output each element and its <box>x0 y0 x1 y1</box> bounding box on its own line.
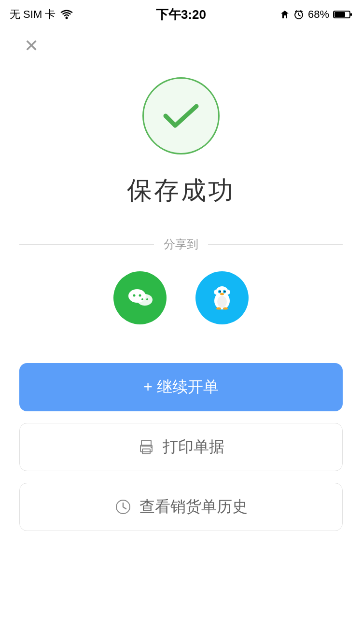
qq-icon <box>207 282 238 314</box>
svg-point-8 <box>139 294 141 296</box>
svg-point-18 <box>217 296 227 308</box>
success-circle <box>142 77 220 154</box>
svg-point-0 <box>66 17 68 19</box>
continue-button[interactable]: + 继续开单 <box>19 363 343 411</box>
svg-point-22 <box>226 290 230 294</box>
svg-rect-3 <box>334 12 345 17</box>
action-buttons: + 继续开单 打印单据 查看销货单历史 <box>19 363 343 531</box>
svg-point-19 <box>216 307 221 309</box>
svg-point-20 <box>223 307 228 309</box>
svg-rect-4 <box>350 13 352 16</box>
history-button[interactable]: 查看销货单历史 <box>19 483 343 531</box>
alarm-icon <box>293 9 304 20</box>
print-button-label: 打印单据 <box>163 436 224 458</box>
svg-rect-26 <box>151 447 152 448</box>
no-sim-label: 无 SIM 卡 <box>10 7 56 22</box>
share-row <box>113 271 249 324</box>
success-title: 保存成功 <box>127 174 235 208</box>
share-label: 分享到 <box>164 237 198 252</box>
location-icon <box>280 10 290 19</box>
continue-button-label: + 继续开单 <box>143 377 219 398</box>
svg-point-17 <box>220 293 224 295</box>
svg-point-7 <box>133 294 135 296</box>
status-time: 下午3:20 <box>156 6 206 23</box>
svg-point-15 <box>219 291 221 292</box>
print-button[interactable]: 打印单据 <box>19 423 343 471</box>
battery-percent: 68% <box>308 8 329 21</box>
svg-point-21 <box>214 290 217 294</box>
share-qq-button[interactable] <box>195 271 249 324</box>
share-divider: 分享到 <box>19 237 343 252</box>
wifi-icon <box>59 9 74 20</box>
close-icon: ✕ <box>24 37 39 55</box>
divider-line-right <box>208 244 343 245</box>
share-wechat-button[interactable] <box>113 271 167 324</box>
svg-point-10 <box>146 298 148 300</box>
close-button[interactable]: ✕ <box>19 34 43 58</box>
checkmark-icon <box>162 101 200 130</box>
svg-point-16 <box>224 291 225 292</box>
printer-icon <box>138 438 155 456</box>
history-button-label: 查看销货单历史 <box>139 496 248 518</box>
status-right: 68% <box>280 8 352 21</box>
status-left: 无 SIM 卡 <box>10 7 74 22</box>
wechat-icon <box>125 282 156 314</box>
history-icon <box>114 498 132 516</box>
main-content: 保存成功 分享到 <box>0 29 362 531</box>
status-bar: 无 SIM 卡 下午3:20 68% <box>0 0 362 29</box>
divider-line-left <box>19 244 154 245</box>
svg-point-9 <box>141 298 143 300</box>
battery-icon <box>333 10 352 19</box>
